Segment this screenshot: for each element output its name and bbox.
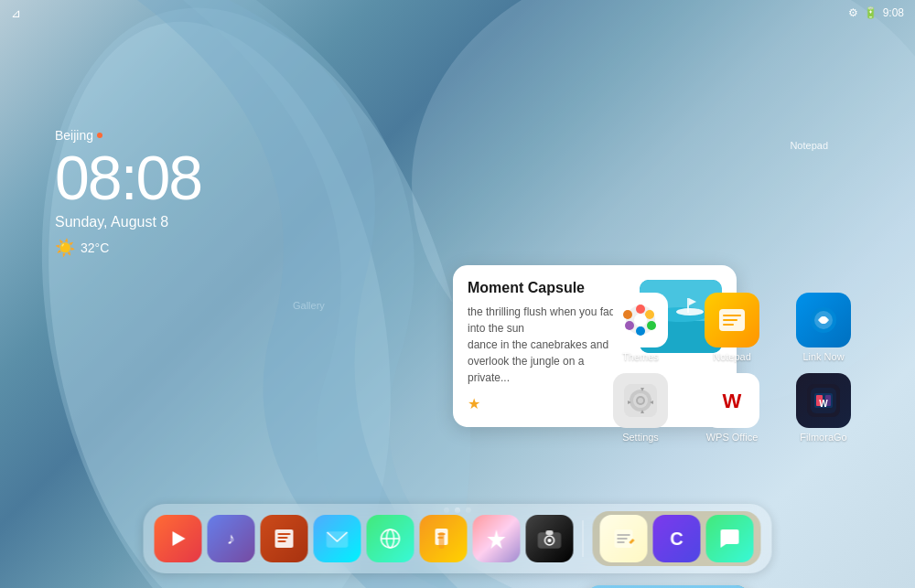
status-right: ⚙ 🔋 9:08 [848,6,904,19]
dock-mail[interactable] [314,515,361,562]
app-grid: Themes Notepad Link Now [604,293,860,443]
dock-books[interactable] [261,515,308,562]
notepad-label-grid: Notepad [713,351,751,362]
svg-rect-55 [546,530,554,535]
dock-canva[interactable]: C [653,515,701,562]
dock-camera[interactable] [526,515,574,562]
app-wps[interactable]: W WPS Office [695,373,769,443]
status-bar: ⊿ ⚙ 🔋 9:08 [0,0,915,26]
dock-photos-plus[interactable] [473,515,521,562]
dock-documents[interactable] [420,515,468,562]
dock-messages[interactable] [706,515,754,562]
svg-point-54 [548,539,552,542]
clock-status: 9:08 [883,6,904,19]
sun-icon: ☀️ [55,238,75,258]
dock-divider [583,520,584,557]
svg-point-11 [636,305,645,314]
app-settings[interactable]: Settings [604,373,677,443]
wps-icon: W [705,373,759,428]
settings-icon-small: ⚙ [848,6,858,19]
dock-music[interactable]: ♪ [208,515,255,562]
app-notepad[interactable]: Notepad [695,293,769,362]
notepad-icon [705,293,759,347]
svg-rect-43 [278,540,286,542]
filmora-label: FilmoraGo [800,432,846,443]
svg-point-14 [636,326,645,336]
settings-icon [613,373,668,428]
filmora-icon: W [796,373,851,428]
svg-rect-51 [438,537,444,539]
themes-icon [613,293,668,347]
clock-time: 08:08 [55,146,201,208]
svg-rect-42 [278,537,288,539]
svg-point-17 [634,314,647,326]
app-filmora[interactable]: W FilmoraGo [787,373,860,443]
svg-text:♪: ♪ [227,529,235,548]
dock-video-player[interactable] [155,515,202,562]
svg-point-29 [638,398,643,403]
linknow-label: Link Now [802,351,844,362]
svg-marker-38 [173,531,186,546]
app-themes[interactable]: Themes [604,293,677,362]
dock-notes[interactable] [600,515,648,562]
svg-point-16 [623,310,632,319]
wps-label: WPS Office [706,432,759,443]
dock-browser[interactable] [367,515,414,562]
svg-text:W: W [819,399,828,409]
status-left: ⊿ [11,6,21,20]
dock-right-group: C [593,511,761,566]
notepad-app-label: Notepad [790,140,828,151]
clock-area: Beijing 08:08 Sunday, August 8 ☀️ 32°C [55,128,201,258]
city-dot [97,133,102,138]
svg-rect-41 [278,533,291,535]
city-name: Beijing [55,128,201,143]
dock: ♪ [144,504,772,573]
svg-rect-20 [723,319,737,321]
themes-label: Themes [622,351,659,362]
notepad-widget-container: Moment Capsule the thrilling flush when … [790,133,828,153]
temperature: 32°C [81,241,109,255]
svg-rect-19 [723,315,741,316]
svg-text:W: W [723,390,742,412]
svg-point-24 [820,316,827,324]
weather-info: ☀️ 32°C [55,238,201,258]
svg-rect-21 [723,324,734,326]
clock-date: Sunday, August 8 [55,214,201,230]
linknow-icon [796,293,851,347]
svg-text:C: C [670,529,683,549]
app-linknow[interactable]: Link Now [787,293,860,362]
svg-rect-50 [438,533,446,535]
battery-icon: 🔋 [864,6,877,19]
wifi-signal-icon: ⊿ [11,6,21,20]
svg-point-15 [625,321,634,330]
settings-label: Settings [622,432,659,443]
svg-point-13 [647,321,656,330]
